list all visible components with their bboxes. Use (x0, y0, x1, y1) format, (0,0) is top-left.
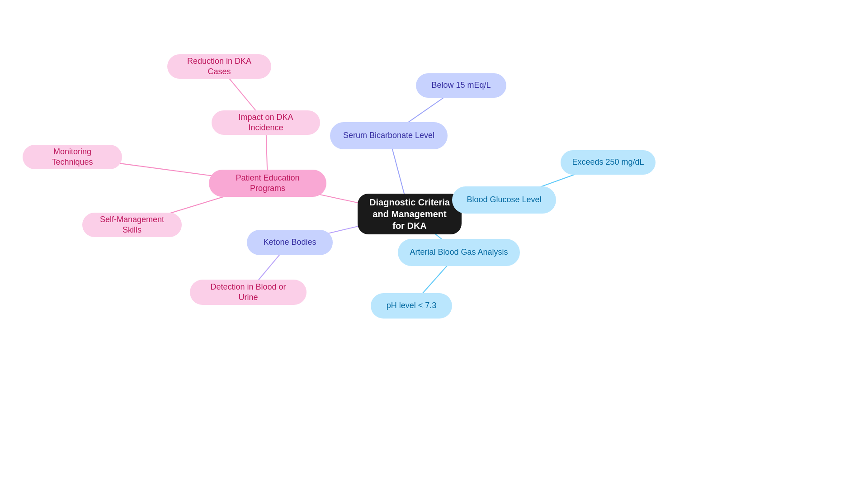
node-ph-level: pH level < 7.3 (371, 293, 452, 319)
node-monitoring: Monitoring Techniques (23, 145, 122, 169)
node-reduction-dka: Reduction in DKA Cases (167, 54, 271, 79)
node-exceeds-250: Exceeds 250 mg/dL (561, 150, 656, 175)
node-detection: Detection in Blood or Urine (190, 280, 307, 305)
node-patient-education: Patient Education Programs (209, 170, 326, 197)
center-node: Diagnostic Criteria and Management for D… (358, 194, 462, 234)
node-impact-dka: Impact on DKA Incidence (212, 110, 320, 135)
node-abg: Arterial Blood Gas Analysis (398, 239, 520, 266)
mindmap-container: Diagnostic Criteria and Management for D… (0, 0, 868, 490)
node-ketone-bodies: Ketone Bodies (247, 230, 333, 255)
node-serum-bicarb: Serum Bicarbonate Level (330, 122, 448, 149)
node-blood-glucose: Blood Glucose Level (452, 186, 556, 214)
node-below-15: Below 15 mEq/L (416, 73, 506, 98)
node-self-management: Self-Management Skills (82, 213, 182, 237)
